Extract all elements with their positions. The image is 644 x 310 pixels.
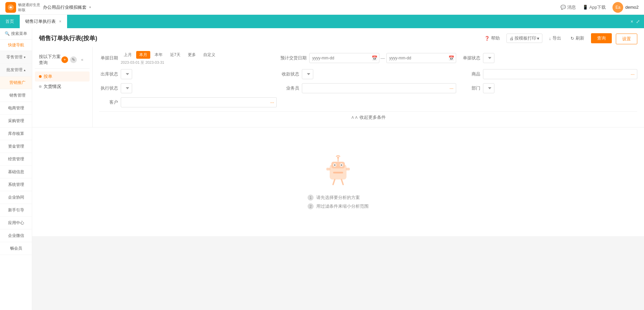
filter-fields-area: 单据日期 上月 本月 本年 近7天 更多 自定义 2023-03-01 至 20… (93, 47, 644, 127)
window-expand-btn[interactable]: ⤢ (636, 19, 640, 24)
out-status-select[interactable] (121, 69, 132, 79)
help-icon: ❓ (484, 36, 490, 41)
setting-button[interactable]: 设置 (616, 34, 637, 44)
dept-select[interactable] (483, 83, 494, 93)
window-close-btn[interactable]: × (631, 19, 633, 24)
sidebar-item-wholesale[interactable]: 批发管理 ▴ (0, 64, 32, 76)
sidebar-item-finance[interactable]: 资金管理 (0, 140, 32, 153)
doc-status-label: 单据状态 (462, 55, 480, 61)
print-icon: 🖨 (509, 36, 514, 41)
sidebar-item-basic[interactable]: 基础信息 (0, 166, 32, 178)
page-header: 销售订单执行表(按单) ❓ 帮助 🖨 按模板打印 ▾ ↓ 导出 ↻ 刷新 (32, 28, 644, 47)
user-info[interactable]: Ea demo2 (612, 2, 639, 13)
sidebar-item-ecommerce[interactable]: 电商管理 (0, 102, 32, 115)
tab-sales-order[interactable]: 销售订单执行表 × (20, 15, 67, 28)
sidebar: 🔍 搜索菜单 快捷导航 零售管理 ▾ 批发管理 ▴ 营销推广 销售管理 电商管理… (0, 28, 32, 310)
app-title-dropdown-icon[interactable]: ▾ (89, 5, 91, 9)
date-tab-7days[interactable]: 近7天 (167, 51, 183, 59)
filter-scheme-item-order[interactable]: 按单 (35, 71, 90, 82)
salesperson-input[interactable] (302, 83, 456, 93)
sidebar-quick-nav[interactable]: 快捷导航 (0, 40, 32, 51)
exec-status-select[interactable] (121, 83, 132, 93)
top-header: 畅捷通好生意 标版 办公用品行业模拟账套 ▾ 💬 消息 📱 App下载 Ea d… (0, 0, 644, 15)
empty-state: 1 请先选择要分析的方案 2 用过滤条件来缩小分析范围 (32, 127, 644, 236)
expected-date-range: 📅 — 📅 (309, 53, 456, 63)
svg-rect-9 (346, 168, 350, 170)
filter-exec-status-field: 执行状态 (99, 83, 275, 93)
print-btn[interactable]: 🖨 按模板打印 ▾ (506, 34, 542, 43)
date-tab-this-month[interactable]: 本月 (136, 51, 150, 59)
tip-num-2: 2 (308, 203, 314, 209)
print-dropdown-arrow: ▾ (537, 36, 539, 41)
receipt-status-select[interactable] (302, 69, 313, 79)
sidebar-item-inventory[interactable]: 库存核算 (0, 127, 32, 140)
date-tabs: 上月 本月 本年 近7天 更多 自定义 (121, 51, 275, 59)
sidebar-item-marketing[interactable]: 营销推广 (0, 76, 32, 89)
app-title-bar[interactable]: 办公用品行业模拟账套 ▾ (43, 4, 91, 10)
sidebar-item-operations[interactable]: 经营管理 (0, 153, 32, 166)
filter-scheme-edit-btn[interactable]: ✎ (70, 56, 77, 63)
sidebar-item-app-center[interactable]: 应用中心 (0, 217, 32, 229)
dept-label: 部门 (462, 85, 480, 91)
app-download-btn[interactable]: 📱 App下载 (583, 4, 606, 10)
scheme-item-dot-2 (39, 85, 42, 88)
date-tab-more[interactable]: 更多 (185, 51, 199, 59)
collapse-icon: ∧∧ (351, 115, 358, 120)
filter-scheme-collapse-btn[interactable]: « (79, 56, 86, 63)
exec-status-label: 执行状态 (99, 85, 118, 91)
sidebar-item-member[interactable]: 畅会员 (0, 242, 32, 255)
export-icon: ↓ (549, 36, 551, 41)
svg-rect-7 (333, 172, 343, 173)
date-tab-custom[interactable]: 自定义 (200, 51, 218, 59)
tab-home[interactable]: 首页 (0, 15, 20, 28)
date-tab-last-month[interactable]: 上月 (121, 51, 135, 59)
goods-input-wrap: ··· (483, 69, 637, 79)
sidebar-item-purchase[interactable]: 采购管理 (0, 115, 32, 127)
filter-doc-status-field: 单据状态 (462, 53, 637, 63)
filter-scheme-panel: 按以下方案查询 + ✎ « 按单 欠货情况 (32, 47, 93, 127)
filter-expected-date-field: 预计交货日期 📅 — 📅 (280, 53, 456, 63)
filter-scheme-item-shortage[interactable]: 欠货情况 (35, 82, 90, 92)
filter-receipt-status-field: 收款状态 (280, 69, 456, 79)
customer-input[interactable] (121, 97, 277, 107)
sidebar-item-enterprise[interactable]: 企业协同 (0, 191, 32, 204)
app-title: 办公用品行业模拟账套 (43, 4, 87, 10)
sidebar-item-system[interactable]: 系统管理 (0, 178, 32, 191)
tab-close-icon[interactable]: × (59, 19, 61, 24)
tab-bar: 首页 销售订单执行表 × × ⤢ (0, 15, 644, 28)
filter-scheme-add-btn[interactable]: + (61, 56, 68, 63)
goods-input[interactable] (483, 69, 637, 79)
date-label: 单据日期 (99, 55, 118, 61)
sidebar-item-newbie[interactable]: 新手引导 (0, 204, 32, 217)
empty-tip-2: 2 用过滤条件来缩小分析范围 (308, 203, 369, 209)
expected-date-end[interactable] (386, 53, 457, 63)
svg-point-6 (341, 164, 342, 166)
sidebar-item-sales[interactable]: 销售管理 (0, 89, 32, 102)
doc-status-select[interactable] (483, 53, 494, 63)
empty-tips: 1 请先选择要分析的方案 2 用过滤条件来缩小分析范围 (308, 195, 369, 209)
expected-date-end-wrap: 📅 (386, 53, 457, 63)
refresh-icon: ↻ (571, 36, 574, 41)
refresh-btn[interactable]: ↻ 刷新 (568, 34, 587, 43)
export-btn[interactable]: ↓ 导出 (546, 34, 564, 43)
tab-bar-right: × ⤢ (631, 19, 644, 24)
receipt-status-label: 收款状态 (280, 71, 299, 77)
user-name: demo2 (625, 5, 639, 10)
filter-collapse-btn[interactable]: ∧∧ 收起更多条件 (99, 111, 637, 123)
sidebar-search[interactable]: 🔍 搜索菜单 (0, 28, 32, 40)
sidebar-item-retail[interactable]: 零售管理 ▾ (0, 51, 32, 64)
sidebar-item-wechat[interactable]: 企业微信 (0, 229, 32, 242)
query-button[interactable]: 查询 (591, 33, 612, 43)
search-icon: 🔍 (5, 31, 10, 36)
tip-num-1: 1 (308, 195, 314, 201)
message-icon: 💬 (560, 5, 566, 10)
filter-date-field: 单据日期 上月 本月 本年 近7天 更多 自定义 2023-03-01 至 20… (99, 51, 275, 65)
expected-date-start[interactable] (309, 53, 379, 63)
message-btn[interactable]: 💬 消息 (560, 4, 576, 10)
scheme-item-dot (39, 75, 42, 78)
date-tab-this-year[interactable]: 本年 (152, 51, 166, 59)
filter-goods-field: 商品 ··· (462, 69, 637, 79)
expected-date-label: 预计交货日期 (280, 55, 307, 61)
help-btn[interactable]: ❓ 帮助 (482, 34, 502, 43)
filter-panel: 按以下方案查询 + ✎ « 按单 欠货情况 (32, 47, 644, 127)
